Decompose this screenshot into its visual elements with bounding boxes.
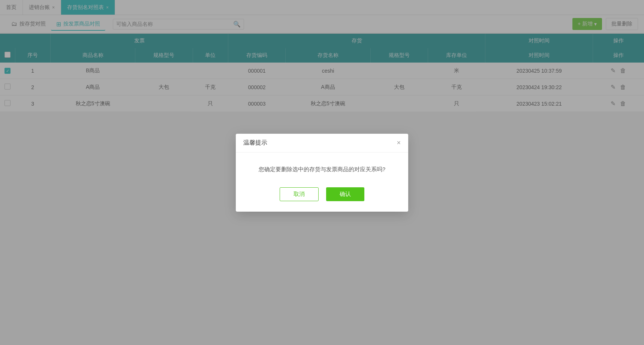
modal-overlay: 温馨提示 × 您确定要删除选中的存货与发票商品的对应关系吗? 取消 确认 [0, 0, 644, 112]
